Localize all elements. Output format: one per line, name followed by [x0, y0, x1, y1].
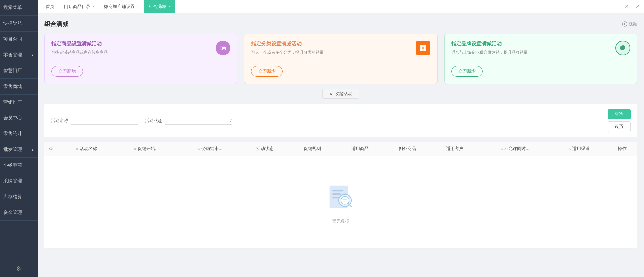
table-col-exception: 例外商品 — [383, 142, 431, 156]
filter-bar: 活动名称 活动状态 ∨ 查询 设置 — [44, 104, 637, 137]
sidebar-item-retailstat[interactable]: 零售统计 — [0, 126, 38, 142]
svg-rect-4 — [420, 48, 423, 51]
chevron-down-icon: ∨ — [229, 118, 232, 123]
tab-close-icon[interactable]: × — [92, 5, 94, 8]
tab-label: 组合满减 — [149, 4, 166, 10]
table-col-customer: 适用客户 — [431, 142, 478, 156]
empty-state: 暂无数据 — [48, 160, 634, 244]
card-product-icon: 🛍 — [216, 41, 230, 55]
table-col-end[interactable]: ⇅ 促销结束... — [178, 142, 241, 156]
card-category-icon — [416, 41, 430, 55]
sidebar-item-label: 营销推广 — [3, 99, 22, 105]
sidebar-item-purchase[interactable]: 采购管理 — [0, 173, 38, 189]
svg-rect-3 — [423, 45, 426, 48]
card-category-add-button[interactable]: 立即新增 — [251, 66, 283, 77]
page-title: 组合满减 — [44, 20, 68, 28]
sidebar-item-quicknav[interactable]: 快捷导航 — [0, 16, 38, 32]
filter-name-input[interactable] — [71, 117, 138, 125]
tab-product-catalog[interactable]: 门店商品目录 × — [59, 0, 99, 13]
sort-icon: ⇅ — [568, 147, 571, 151]
settings-button[interactable]: 设置 — [608, 121, 631, 132]
play-circle-icon — [622, 21, 627, 27]
card-brand: 指定品牌设置满减活动 适合与上游企业联合做营销，提升品牌销量 立即新增 — [444, 34, 637, 84]
sidebar-item-label: 批发管理 — [3, 147, 22, 153]
sidebar-item-smartstore[interactable]: 智慧门店 — [0, 63, 38, 79]
sidebar-item-retailmall[interactable]: 零售商城 — [0, 79, 38, 95]
card-category-title: 指定分类设置满减活动 — [251, 41, 430, 47]
sidebar-item-label: 智慧门店 — [3, 68, 22, 74]
empty-illustration — [324, 180, 358, 214]
card-brand-title: 指定品牌设置满减活动 — [451, 41, 630, 47]
data-table-container: ⚙ ⇅ 活动名称 ⇅ 促销开始... ⇅ 促销结束... — [44, 142, 637, 249]
tab-combo-discount[interactable]: 组合满减 × — [144, 0, 175, 13]
tab-home[interactable]: 首页 — [41, 0, 59, 13]
table-col-status: 活动状态 — [241, 142, 289, 156]
svg-rect-7 — [332, 190, 343, 191]
data-table: ⚙ ⇅ 活动名称 ⇅ 促销开始... ⇅ 促销结束... — [44, 142, 637, 249]
sidebar-item-retail[interactable]: 零售管理 ▲ — [0, 47, 38, 63]
card-category-desc: 可选一个或者多个分类，提升分类的销量 — [251, 50, 430, 61]
close-window-icon[interactable]: ✕ — [623, 2, 630, 11]
table-col-action: 操作 — [607, 142, 637, 156]
gear-icon: ⚙ — [49, 146, 53, 151]
sidebar-item-marketing[interactable]: 营销推广 — [0, 95, 38, 110]
video-link[interactable]: 视频 — [622, 21, 637, 27]
card-brand-icon — [615, 41, 630, 55]
promo-cards: 🛍 指定商品设置满减活动 可指定滞销商品或库存较多商品 立即新增 指定分类设置满… — [44, 34, 637, 84]
sidebar-item-label: 小畅电商 — [3, 162, 22, 168]
sidebar-item-finance[interactable]: 资金管理 — [0, 205, 38, 221]
collapse-icon: ∧ — [329, 91, 333, 96]
filter-status-label: 活动状态 — [145, 118, 163, 124]
tab-close-icon[interactable]: × — [168, 5, 170, 8]
svg-rect-8 — [332, 193, 341, 195]
sidebar-item-contract[interactable]: 项目合同 — [0, 32, 38, 47]
settings-icon[interactable]: ⚙ — [16, 265, 21, 272]
card-product-title: 指定商品设置满减活动 — [51, 41, 230, 47]
table-col-start[interactable]: ⇅ 促销开始... — [114, 142, 178, 156]
filter-status-select[interactable]: ∨ — [165, 117, 232, 125]
card-product-add-button[interactable]: 立即新增 — [51, 66, 83, 77]
video-label: 视频 — [629, 21, 637, 27]
collapse-button[interactable]: ∧ 收起活动 — [322, 89, 359, 99]
svg-marker-1 — [624, 23, 626, 25]
chevron-down-icon: ▲ — [31, 53, 34, 57]
filter-actions: 查询 设置 — [608, 109, 631, 132]
svg-rect-5 — [423, 48, 426, 51]
table-col-name[interactable]: ⇅ 活动名称 — [58, 142, 114, 156]
sort-icon: ⇅ — [134, 147, 136, 151]
card-brand-add-button[interactable]: 立即新增 — [451, 66, 483, 77]
sidebar-item-inventory[interactable]: 库存核算 — [0, 189, 38, 205]
collapse-bar: ∧ 收起活动 — [44, 89, 637, 99]
filter-status-group: 活动状态 ∨ — [145, 117, 232, 125]
sidebar-item-label: 零售商城 — [3, 84, 22, 90]
table-col-channel[interactable]: ⇅ 适用渠道 — [551, 142, 607, 156]
tab-close-icon[interactable]: × — [137, 5, 139, 8]
page-content: 组合满减 视频 🛍 指定商品设置满减活动 可指定滞销商品或库存较多商品 立即新增 — [38, 13, 644, 277]
svg-rect-2 — [420, 45, 423, 48]
filter-name-label: 活动名称 — [51, 118, 68, 124]
card-product-desc: 可指定滞销商品或库存较多商品 — [51, 50, 230, 61]
empty-text: 暂无数据 — [332, 218, 350, 224]
collapse-label: 收起活动 — [335, 91, 352, 97]
table-col-gear[interactable]: ⚙ — [44, 142, 58, 156]
table-header: ⚙ ⇅ 活动名称 ⇅ 促销开始... ⇅ 促销结束... — [44, 142, 637, 156]
page-header: 组合满减 视频 — [44, 20, 637, 28]
query-button[interactable]: 查询 — [608, 109, 631, 119]
sidebar-item-ecommerce[interactable]: 小畅电商 — [0, 158, 38, 173]
table-body: 暂无数据 — [44, 156, 637, 249]
expand-window-icon[interactable]: ⤢ — [634, 2, 641, 11]
card-category: 指定分类设置满减活动 可选一个或者多个分类，提升分类的销量 立即新增 — [244, 34, 437, 84]
table-col-rule: 促销规则 — [289, 142, 336, 156]
tab-bar: 首页 门店商品目录 × 微商城店铺设置 × 组合满减 × ✕ ⤢ — [38, 0, 644, 13]
sidebar-item-label: 会员中心 — [3, 115, 22, 121]
grid-icon — [419, 44, 427, 52]
sidebar-item-label: 库存核算 — [3, 194, 22, 200]
table-empty-cell: 暂无数据 — [44, 156, 637, 249]
sort-icon: ⇅ — [500, 147, 503, 151]
table-col-notsimult[interactable]: ⇅ 不允许同时... — [478, 142, 551, 156]
sidebar-item-wholesale[interactable]: 批发管理 ▲ — [0, 142, 38, 158]
sidebar-search[interactable]: 搜索菜单 — [0, 0, 38, 16]
tab-store-settings[interactable]: 微商城店铺设置 × — [99, 0, 144, 13]
sidebar-item-label: 零售管理 — [3, 52, 22, 58]
sidebar-item-member[interactable]: 会员中心 — [0, 110, 38, 126]
